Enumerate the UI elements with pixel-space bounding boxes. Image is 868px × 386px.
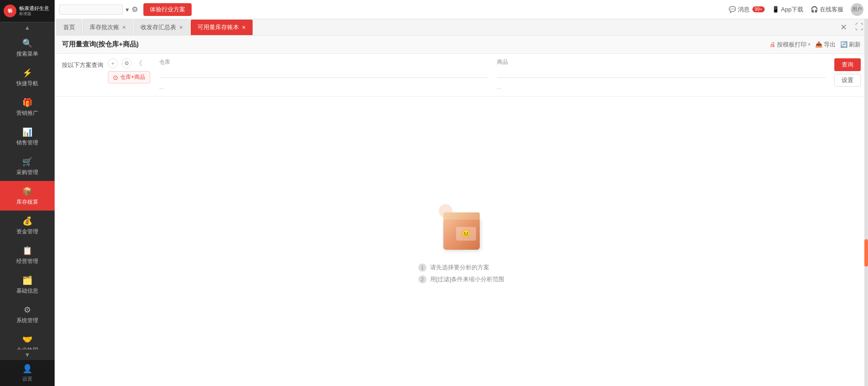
nav-label-9: 系统管理	[16, 317, 38, 324]
tab-label-1: 库存批次账	[90, 23, 119, 31]
tab-3[interactable]: 可用量库存账本✕	[191, 20, 253, 35]
nav-icon-9: ⚙	[24, 305, 31, 315]
main-area: ▾ ⚙ 体验行业方案 💬 消息 99+ 📱 App下载 🎧 在线客服 用户	[55, 0, 868, 386]
user-avatar[interactable]: 用户	[851, 3, 863, 16]
nav-label-1: 快捷导航	[16, 80, 38, 87]
nav-icon-10: 🤝	[22, 335, 32, 345]
sidebar-item-销售管理[interactable]: 📊 销售管理	[0, 122, 55, 151]
sidebar-item-搜索菜单[interactable]: 🔍 搜索菜单	[0, 33, 55, 62]
topbar-gear-btn[interactable]: ⚙	[132, 5, 138, 14]
goods-label: 商品	[497, 58, 826, 66]
sidebar-item-企业协同[interactable]: 🤝 企业协同	[0, 329, 55, 350]
topbar-app-download[interactable]: 📱 App下载	[772, 5, 803, 14]
nav-icon-6: 💰	[22, 216, 32, 226]
tab-label-3: 可用量库存账本	[198, 23, 239, 31]
nav-icon-5: 📦	[22, 186, 32, 196]
filter-options: ＋ ⚙ 《 ⊙ 仓库+商品	[108, 58, 150, 83]
print-icon: 🖨	[770, 41, 776, 48]
nav-label-7: 经营管理	[16, 257, 38, 265]
filter-area: 按以下方案查询 ＋ ⚙ 《 ⊙ 仓库+商品 仓库 ···	[55, 54, 868, 97]
filter-settings-btn[interactable]: ⚙	[122, 58, 132, 68]
warehouse-more-btn[interactable]: ···	[159, 85, 488, 92]
filter-top: ＋ ⚙ 《	[108, 58, 150, 68]
sidebar-item-营销推广[interactable]: 🎁 营销推广	[0, 92, 55, 122]
topbar-industry-btn[interactable]: 体验行业方案	[143, 3, 192, 16]
refresh-icon: 🔄	[840, 41, 848, 48]
nav-label-4: 采购管理	[16, 169, 38, 176]
msg-icon: 💬	[729, 6, 736, 13]
refresh-action-btn[interactable]: 🔄 刷新	[840, 41, 861, 49]
tab-0[interactable]: 首页	[56, 20, 82, 35]
sidebar-item-系统管理[interactable]: ⚙ 系统管理	[0, 299, 55, 329]
topbar-right: 💬 消息 99+ 📱 App下载 🎧 在线客服 用户	[729, 3, 863, 16]
nav-icon-8: 🗂️	[22, 275, 32, 285]
tab-label-0: 首页	[63, 23, 75, 31]
page-title: 可用量查询(按仓库+商品)	[62, 40, 139, 49]
sidebar-item-快捷导航[interactable]: ⚡ 快捷导航	[0, 62, 55, 92]
nav-icon-7: 📋	[22, 246, 32, 256]
empty-hints: 1 请先选择要分析的方案 2 用[过滤]条件来缩小分析范围	[418, 263, 504, 283]
tab-close-all-btn[interactable]: ✕	[838, 21, 850, 33]
sidebar-item-库存核算[interactable]: 📦 库存核算	[0, 181, 55, 211]
right-scrollbar[interactable]	[864, 19, 868, 386]
settings-btn[interactable]: 设置	[834, 74, 861, 87]
tab-1[interactable]: 库存批次账✕	[83, 20, 133, 35]
nav-label-10: 企业协同	[16, 346, 38, 350]
tab-close-2[interactable]: ✕	[179, 25, 183, 31]
page-title-bar: 可用量查询(按仓库+商品) 🖨 按模板打印 ▾ 📤 导出 🔄 刷新	[55, 36, 868, 54]
nav-label-6: 资金管理	[16, 228, 38, 236]
filter-fields: 仓库 ··· 商品 ···	[159, 58, 825, 92]
nav-label-2: 营销推广	[16, 109, 38, 117]
logo-text: 畅康通好生意 标准版	[19, 5, 49, 17]
topbar: ▾ ⚙ 体验行业方案 💬 消息 99+ 📱 App下载 🎧 在线客服 用户	[55, 0, 868, 19]
empty-illustration: 😐	[434, 200, 489, 254]
topbar-online-support[interactable]: 🎧 在线客服	[811, 5, 843, 14]
filter-collapse-btn[interactable]: 《	[135, 59, 142, 68]
export-action-btn[interactable]: 📤 导出	[815, 41, 836, 49]
export-icon: 📤	[815, 41, 822, 48]
nav-label-8: 基础信息	[16, 287, 38, 295]
nav-icon-4: 🛒	[22, 157, 32, 167]
sidebar-logo: 畅 畅康通好生意 标准版	[0, 0, 55, 22]
sidebar-scroll-down[interactable]: ▼	[0, 350, 55, 360]
goods-input[interactable]	[497, 67, 826, 78]
filter-right-btns: 查询 设置	[834, 58, 861, 87]
sidebar-item-资金管理[interactable]: 💰 资金管理	[0, 211, 55, 240]
empty-box-face: 😐	[456, 227, 476, 241]
filter-field-warehouse: 仓库 ···	[159, 58, 488, 92]
headset-icon: 🎧	[811, 6, 818, 13]
topbar-search-input[interactable]	[59, 5, 123, 15]
nav-icon-0: 🔍	[22, 38, 32, 48]
content-area: 可用量查询(按仓库+商品) 🖨 按模板打印 ▾ 📤 导出 🔄 刷新 按以下	[55, 36, 868, 386]
empty-hint-1: 1 请先选择要分析的方案	[418, 263, 504, 272]
filter-add-btn[interactable]: ＋	[108, 58, 118, 68]
print-action-btn[interactable]: 🖨 按模板打印 ▾	[770, 41, 811, 49]
tab-2[interactable]: 收发存汇总表✕	[134, 20, 190, 35]
goods-more-btn[interactable]: ···	[497, 85, 826, 92]
sidebar-item-基础信息[interactable]: 🗂️ 基础信息	[0, 270, 55, 299]
empty-state: 😐 1 请先选择要分析的方案 2 用[过滤]条件来缩小分析范围	[55, 97, 868, 386]
filter-chip-warehouse-goods[interactable]: ⊙ 仓库+商品	[108, 71, 150, 83]
sidebar-item-采购管理[interactable]: 🛒 采购管理	[0, 151, 55, 181]
empty-box: 😐	[443, 218, 480, 250]
tab-close-3[interactable]: ✕	[242, 25, 246, 31]
topbar-dropdown-btn[interactable]: ▾	[126, 6, 129, 13]
sidebar-scroll-up[interactable]: ▲	[0, 22, 55, 33]
tabs-bar-right: ✕ ⛶	[838, 21, 866, 33]
topbar-msg[interactable]: 💬 消息 99+	[729, 5, 765, 14]
filter-label: 按以下方案查询	[62, 61, 103, 69]
nav-label-0: 搜索菜单	[16, 50, 38, 58]
warehouse-input[interactable]	[159, 67, 488, 78]
nav-icon-1: ⚡	[22, 68, 32, 78]
tab-close-1[interactable]: ✕	[122, 25, 126, 31]
nav-label-3: 销售管理	[16, 139, 38, 147]
tabs-bar: 首页库存批次账✕收发存汇总表✕可用量库存账本✕ ✕ ⛶	[55, 19, 868, 36]
sidebar-nav: 🔍 搜索菜单 ⚡ 快捷导航 🎁 营销推广 📊 销售管理 🛒 采购管理 📦 库存核…	[0, 33, 55, 350]
msg-badge: 99+	[752, 6, 765, 12]
sidebar-item-bottom[interactable]: 👤 设置	[0, 360, 55, 386]
sidebar: 畅 畅康通好生意 标准版 ▲ 🔍 搜索菜单 ⚡ 快捷导航 🎁 营销推广 📊 销售…	[0, 0, 55, 386]
nav-icon-3: 📊	[22, 127, 32, 137]
sidebar-item-经营管理[interactable]: 📋 经营管理	[0, 240, 55, 270]
query-btn[interactable]: 查询	[834, 58, 861, 71]
tab-label-2: 收发存汇总表	[141, 23, 176, 31]
